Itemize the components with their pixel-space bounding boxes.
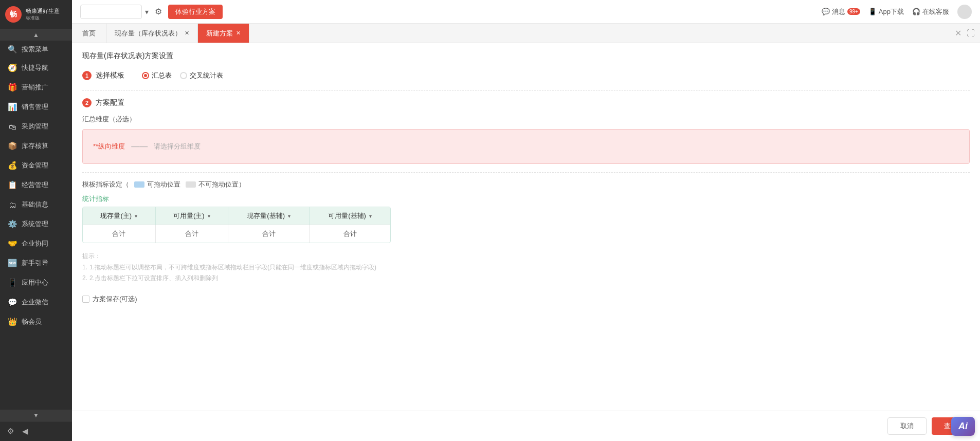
sidebar-item-label: 采购管理 <box>22 122 48 131</box>
col-label-0: 现存量(主) <box>100 211 132 220</box>
col-header-1[interactable]: 可用量(主) ▾ <box>155 207 228 225</box>
sidebar: 畅 畅康通好生意 标准版 ▲ 🔍 搜索菜单 🧭 快捷导航 🎁 营销推广 📊 销售… <box>0 0 72 441</box>
radio-cross-label: 交叉统计表 <box>190 71 223 80</box>
col-header-2[interactable]: 现存量(基辅) ▾ <box>228 207 310 225</box>
header-search-input[interactable] <box>80 5 142 19</box>
sidebar-item-sales[interactable]: 📊 销售管理 <box>0 97 72 117</box>
tab-inventory-status[interactable]: 现存量（库存状况表） ✕ <box>106 24 198 43</box>
col-dropdown-2[interactable]: ▾ <box>288 213 291 219</box>
stats-table-title: 统计指标 <box>82 194 970 204</box>
col-header-3[interactable]: 可用量(基辅) ▾ <box>310 207 390 225</box>
sidebar-item-shortcut[interactable]: 🧭 快捷导航 <box>0 58 72 78</box>
vip-icon: 👑 <box>7 317 17 326</box>
save-checkbox-row: 方案保存(可选) <box>82 295 970 304</box>
divider-1 <box>82 90 970 91</box>
section-plan-config: 2 方案配置 汇总维度（必选） **纵向维度 —— 请选择分组维度 模板指标设定… <box>82 98 970 284</box>
avatar[interactable] <box>957 5 972 19</box>
dimension-required-label: **纵向维度 <box>93 142 125 151</box>
col-header-0[interactable]: 现存量(主) ▾ <box>83 207 155 225</box>
main-area: ▾ ⚙ 体验行业方案 💬 消息 99+ 📱 App下载 🎧 在线客服 首页 <box>72 0 980 441</box>
msg-btn[interactable]: 💬 消息 99+ <box>822 7 860 16</box>
sidebar-item-search[interactable]: 🔍 搜索菜单 <box>0 41 72 58</box>
sidebar-item-wechat[interactable]: 💬 企业微信 <box>0 292 72 312</box>
msg-label: 消息 <box>832 7 845 16</box>
msg-icon: 💬 <box>822 8 830 15</box>
online-support-label: 在线客服 <box>922 7 949 16</box>
collapse-icon[interactable]: ◀ <box>22 427 28 436</box>
sidebar-item-label: 新手引导 <box>22 259 48 268</box>
enterprise-icon: 🤝 <box>7 239 17 248</box>
summary-dimension-label: 汇总维度（必选） <box>82 115 970 124</box>
legend-not-draggable-label: 不可拖动位置） <box>198 180 245 189</box>
tab-new-plan[interactable]: 新建方案 ✕ <box>198 24 249 43</box>
sidebar-item-vip[interactable]: 👑 畅会员 <box>0 312 72 332</box>
settings-icon[interactable]: ⚙ <box>7 427 14 436</box>
sidebar-item-purchase[interactable]: 🛍 采购管理 <box>0 117 72 136</box>
legend-color-not-draggable <box>186 181 196 188</box>
sidebar-logo: 畅 畅康通好生意 标准版 <box>0 0 72 29</box>
indicator-settings-prefix: 模板指标设定（ <box>82 180 129 189</box>
panel-expand-btn[interactable]: ⛶ <box>967 29 975 38</box>
tab-inventory-status-close[interactable]: ✕ <box>185 30 189 36</box>
sidebar-item-label: 营销推广 <box>22 83 48 92</box>
sidebar-item-label: 销售管理 <box>22 102 48 112</box>
wechat-icon: 💬 <box>7 298 17 307</box>
legend-draggable-label: 可拖动位置 <box>147 180 180 189</box>
sidebar-item-label: 企业协同 <box>22 239 48 248</box>
hint-section: 提示： 1.1.拖动标题栏可以调整布局，不可跨维度或指标区域拖动栏目字段(只能在… <box>82 251 970 284</box>
sidebar-item-finance[interactable]: 💰 资金管理 <box>0 156 72 175</box>
sidebar-item-inventory[interactable]: 📦 库存核算 <box>0 136 72 156</box>
dimension-box[interactable]: **纵向维度 —— 请选择分组维度 <box>82 129 970 164</box>
tab-home[interactable]: 首页 <box>72 24 106 43</box>
cell-0-2: 合计 <box>228 225 310 243</box>
dimension-text: *纵向维度 <box>96 142 125 150</box>
tab-new-plan-close[interactable]: ✕ <box>236 30 241 36</box>
save-checkbox[interactable] <box>82 296 89 303</box>
sidebar-item-label: 资金管理 <box>22 161 48 170</box>
radio-group-template: 汇总表 交叉统计表 <box>142 71 223 80</box>
sidebar-item-marketing[interactable]: 🎁 营销推广 <box>0 78 72 97</box>
cell-0-3: 合计 <box>310 225 390 243</box>
cancel-button[interactable]: 取消 <box>887 417 927 435</box>
sidebar-item-apps[interactable]: 📱 应用中心 <box>0 273 72 292</box>
sidebar-item-enterprise[interactable]: 🤝 企业协同 <box>0 234 72 253</box>
base-icon: 🗂 <box>7 200 17 209</box>
sidebar-item-newbie[interactable]: 🆕 新手引导 <box>0 253 72 273</box>
sidebar-item-base[interactable]: 🗂 基础信息 <box>0 195 72 214</box>
header-dropdown-btn[interactable]: ▾ <box>145 8 149 16</box>
sidebar-item-label: 系统管理 <box>22 219 48 229</box>
radio-summary-circle <box>142 72 149 79</box>
app-download-btn[interactable]: 📱 App下载 <box>868 7 904 16</box>
panel-close-btn[interactable]: ✕ <box>955 28 961 38</box>
inventory-icon: 📦 <box>7 141 17 151</box>
trial-btn[interactable]: 体验行业方案 <box>168 5 223 19</box>
sidebar-item-system[interactable]: ⚙️ 系统管理 <box>0 214 72 234</box>
radio-summary-label: 汇总表 <box>152 71 172 80</box>
header-gear-btn[interactable]: ⚙ <box>155 7 162 16</box>
radio-cross[interactable]: 交叉统计表 <box>180 71 223 80</box>
section-choose-template: 1 选择模板 汇总表 交叉统计表 <box>82 71 970 80</box>
col-dropdown-0[interactable]: ▾ <box>135 213 137 219</box>
sidebar-scroll-up[interactable]: ▲ <box>0 29 72 41</box>
col-dropdown-1[interactable]: ▾ <box>208 213 210 219</box>
sidebar-scroll-down[interactable]: ▼ <box>0 410 72 421</box>
section2-header: 2 方案配置 <box>82 98 970 107</box>
dimension-placeholder: 请选择分组维度 <box>154 142 201 151</box>
tab-new-plan-label: 新建方案 <box>206 29 233 38</box>
top-header: ▾ ⚙ 体验行业方案 💬 消息 99+ 📱 App下载 🎧 在线客服 <box>72 0 980 24</box>
col-dropdown-3[interactable]: ▾ <box>369 213 372 219</box>
sidebar-item-label: 应用中心 <box>22 278 48 287</box>
divider-2 <box>82 172 970 173</box>
sidebar-item-operations[interactable]: 📋 经营管理 <box>0 175 72 195</box>
cell-0-1: 合计 <box>155 225 228 243</box>
sales-icon: 📊 <box>7 102 17 112</box>
shortcut-icon: 🧭 <box>7 63 17 72</box>
sidebar-scroll-area: 🔍 搜索菜单 🧭 快捷导航 🎁 营销推广 📊 销售管理 🛍 采购管理 📦 库存核… <box>0 41 72 410</box>
legend-color-draggable <box>134 181 144 188</box>
radio-summary[interactable]: 汇总表 <box>142 71 172 80</box>
ai-badge[interactable]: Ai <box>951 417 975 436</box>
header-right: 💬 消息 99+ 📱 App下载 🎧 在线客服 <box>822 5 972 19</box>
stats-table-wrapper: 现存量(主) ▾ 可用量(主) ▾ <box>82 207 391 243</box>
online-support-btn[interactable]: 🎧 在线客服 <box>912 7 949 16</box>
save-checkbox-label: 方案保存(可选) <box>93 295 137 304</box>
